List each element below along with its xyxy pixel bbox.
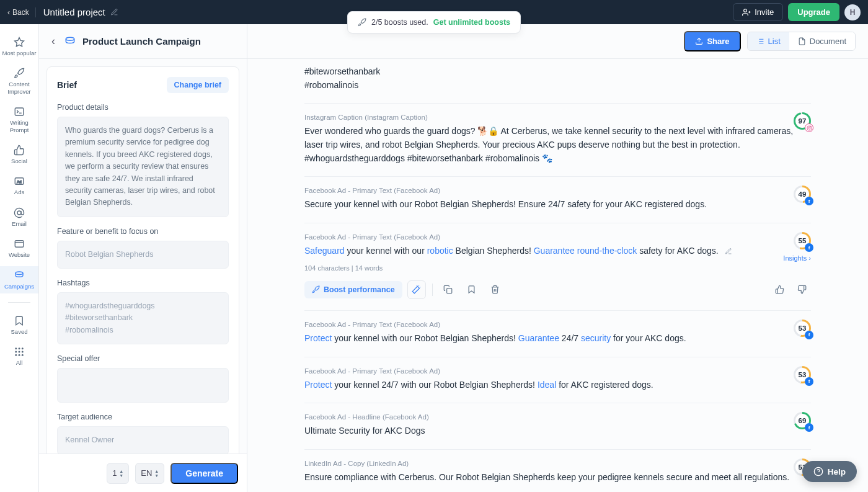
change-brief-button[interactable]: Change brief: [167, 77, 229, 93]
target-audience-label: Target audience: [57, 413, 229, 421]
special-offer-field[interactable]: [57, 368, 229, 403]
result-text: #biteworsethanbark#robomalinois: [304, 65, 811, 92]
boost-banner-text: 2/5 boosts used.: [371, 18, 428, 27]
result-item[interactable]: 53 f Facebook Ad - Primary Text (Faceboo…: [304, 311, 811, 357]
brief-scroll[interactable]: Brief Change brief Product details Who g…: [39, 59, 247, 454]
nav-label: Email: [12, 220, 27, 227]
result-text[interactable]: Ensure compliance with Cerberus. Our Rob…: [304, 471, 811, 485]
user-plus-icon: [742, 8, 751, 17]
target-audience-field[interactable]: Kennel Owner: [57, 426, 229, 454]
project-title-text: Untitled project: [43, 7, 105, 17]
nav-label: Ads: [14, 189, 24, 195]
score-badge: 97: [794, 112, 811, 130]
svg-point-18: [19, 354, 20, 356]
nav-most-popular[interactable]: Most popular: [0, 33, 38, 60]
result-text[interactable]: Ever wondered who guards the guard dogs?…: [304, 125, 811, 165]
svg-point-13: [22, 348, 24, 350]
brief-header: ‹ Product Launch Campaign: [39, 24, 247, 59]
result-text[interactable]: Protect your kennel 24/7 with our Robot …: [304, 378, 811, 392]
generate-button[interactable]: Generate: [170, 463, 238, 484]
bookmark-icon: [467, 285, 476, 294]
svg-text:Ad: Ad: [17, 180, 21, 184]
feature-field[interactable]: Robot Belgian Shepherds: [57, 241, 229, 269]
avatar-initial: H: [850, 8, 856, 17]
document-view-button[interactable]: Document: [789, 32, 855, 50]
nav-all[interactable]: All: [0, 342, 38, 370]
language-select[interactable]: EN ▲▼: [135, 463, 164, 484]
trash-icon: [490, 285, 500, 294]
pencil-icon[interactable]: [110, 8, 118, 16]
insights-link[interactable]: Insights ›: [783, 254, 811, 262]
thumbs-down-button[interactable]: [792, 280, 811, 299]
result-text[interactable]: Secure your kennel with our Robot Belgia…: [304, 198, 811, 212]
nav-saved[interactable]: Saved: [0, 311, 38, 339]
back-chevron-button[interactable]: ‹: [49, 32, 58, 50]
nav-writing-prompt[interactable]: Writing Prompt: [0, 102, 38, 137]
thumbs-up-button[interactable]: [770, 280, 789, 299]
copy-button[interactable]: [439, 280, 458, 299]
sidebar: Most popular Content Improver Writing Pr…: [0, 24, 39, 492]
result-item[interactable]: 49 f Facebook Ad - Primary Text (Faceboo…: [304, 177, 811, 223]
delete-button[interactable]: [486, 280, 505, 299]
nav-website[interactable]: Website: [0, 235, 38, 262]
brief-footer: 1 ▲▼ EN ▲▼ Generate: [39, 454, 247, 492]
result-text[interactable]: Protect your kennel with our Robot Belgi…: [304, 332, 811, 346]
svg-point-16: [22, 351, 24, 353]
view-segment: List Document: [747, 32, 856, 51]
thumbs-up-icon: [14, 145, 25, 156]
invite-button[interactable]: Invite: [733, 3, 783, 21]
nav-campaigns[interactable]: Campaigns: [0, 266, 38, 293]
nav-label: Content Improver: [0, 81, 38, 95]
app-body: Most popular Content Improver Writing Pr…: [0, 24, 868, 492]
result-text[interactable]: Ultimate Security for AKC Dogs: [304, 424, 811, 438]
result-item[interactable]: 51 in LinkedIn Ad - Copy (LinkedIn Ad) E…: [304, 450, 811, 492]
terminal-icon: [14, 106, 25, 117]
document-icon: [798, 37, 806, 45]
hashtags-label: Hashtags: [57, 279, 229, 287]
result-type: LinkedIn Ad - Copy (LinkedIn Ad): [304, 460, 811, 467]
svg-point-11: [15, 348, 17, 350]
rocket-icon: [14, 68, 25, 79]
nav-separator: [8, 302, 30, 303]
boost-performance-button[interactable]: Boost performance: [304, 281, 402, 298]
result-type: Facebook Ad - Primary Text (Facebook Ad): [304, 321, 811, 328]
avatar[interactable]: H: [844, 4, 861, 20]
main-header: Share List Document: [247, 24, 868, 59]
project-title[interactable]: Untitled project: [43, 7, 118, 17]
nav-label: Website: [9, 251, 30, 258]
browser-icon: [14, 238, 25, 249]
boost-banner-link[interactable]: Get unlimited boosts: [433, 18, 510, 27]
generate-label: Generate: [185, 468, 223, 478]
pencil-icon[interactable]: [725, 248, 732, 255]
ad-icon: Ad: [14, 176, 25, 187]
help-button[interactable]: Help: [802, 461, 857, 482]
separator: [432, 284, 433, 296]
help-label: Help: [828, 467, 846, 476]
nav-label: Social: [11, 158, 27, 164]
list-view-button[interactable]: List: [748, 32, 789, 50]
nav-email[interactable]: Email: [0, 204, 38, 231]
magic-wand-button[interactable]: [407, 280, 426, 299]
nav-social[interactable]: Social: [0, 141, 38, 168]
share-button[interactable]: Share: [684, 31, 740, 51]
result-item[interactable]: 53 f Facebook Ad - Primary Text (Faceboo…: [304, 357, 811, 404]
copy-icon: [443, 285, 453, 294]
back-link[interactable]: ‹ Back: [7, 8, 29, 17]
result-text[interactable]: Safeguard your kennel with our robotic B…: [304, 244, 811, 258]
list-view-label: List: [768, 37, 781, 46]
nav-content-improver[interactable]: Content Improver: [0, 64, 38, 99]
nav-ads[interactable]: Ad Ads: [0, 172, 38, 199]
result-item[interactable]: 69 f Facebook Ad - Headline (Facebook Ad…: [304, 403, 811, 450]
hashtags-field[interactable]: #whoguardstheguarddogs #biteworsethanbar…: [57, 292, 229, 344]
special-offer-label: Special offer: [57, 354, 229, 363]
quantity-stepper[interactable]: 1 ▲▼: [107, 463, 129, 484]
bookmark-button[interactable]: [463, 280, 481, 299]
result-item[interactable]: 55 f Insights › Facebook Ad - Primary Te…: [304, 223, 811, 311]
upgrade-button[interactable]: Upgrade: [788, 3, 839, 21]
product-details-field[interactable]: Who guards the guard dogs? Cerberus is a…: [57, 117, 229, 217]
results-scroll[interactable]: #biteworsethanbark#robomalinois 97 Insta…: [247, 59, 868, 492]
product-details-label: Product details: [57, 103, 229, 112]
result-item[interactable]: 97 Instagram Caption (Instagram Caption)…: [304, 104, 811, 177]
facebook-icon: f: [805, 243, 813, 252]
brief-card-head: Brief Change brief: [57, 77, 229, 93]
